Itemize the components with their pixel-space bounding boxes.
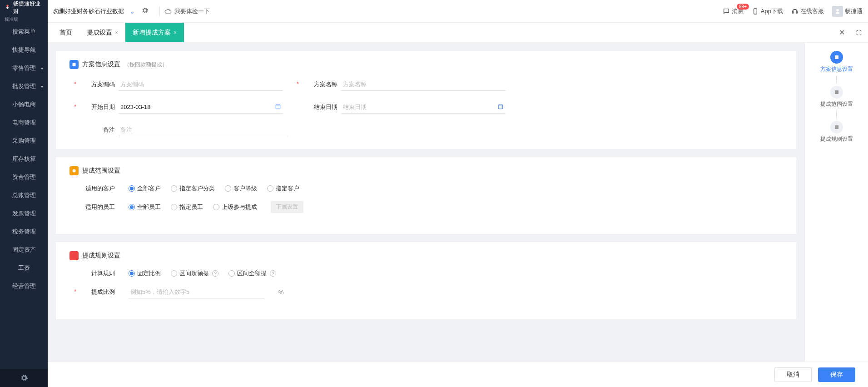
start-date-input[interactable] bbox=[119, 101, 283, 114]
cust-radios-opt-1[interactable]: 指定客户分类 bbox=[171, 184, 215, 193]
close-icon[interactable]: × bbox=[115, 30, 118, 36]
sidebar-item-6[interactable]: 采购管理 bbox=[0, 132, 48, 150]
sidebar-item-4[interactable]: 小畅电商 bbox=[0, 95, 48, 114]
cust-radios-opt-2[interactable]: 客户等级 bbox=[225, 184, 257, 193]
anchor-1[interactable]: 提成范围设置 bbox=[820, 86, 853, 108]
sidebar: 畅捷通好业财 标准版 搜索菜单快捷导航零售管理▾批发管理▾小畅电商电商管理采购管… bbox=[0, 0, 48, 387]
sidebar-item-0[interactable]: 搜索菜单 bbox=[0, 23, 48, 41]
sidebar-item-2[interactable]: 零售管理▾ bbox=[0, 59, 48, 77]
panel-scope-icon bbox=[69, 166, 79, 175]
calendar-icon[interactable] bbox=[275, 104, 281, 111]
anchor-icon bbox=[830, 121, 843, 134]
svg-rect-1 bbox=[73, 63, 76, 66]
org-settings-icon[interactable] bbox=[141, 7, 149, 16]
rule-radios-opt-1[interactable]: 区间超额提? bbox=[171, 269, 218, 278]
rule-radios-opt-0[interactable]: 固定比例 bbox=[129, 269, 161, 278]
radio-icon bbox=[171, 270, 177, 277]
app-download-button[interactable]: App下载 bbox=[752, 7, 783, 15]
panel-info-subtitle: （按回款额提成） bbox=[124, 61, 168, 69]
sidebar-item-10[interactable]: 发票管理 bbox=[0, 204, 48, 223]
emp-radios-opt-0[interactable]: 全部员工 bbox=[129, 203, 161, 211]
end-date-input[interactable] bbox=[341, 101, 506, 114]
panel-rules: 提成规则设置 计算规则 固定比例区间超额提?区间全额提? *提成比例 % bbox=[56, 242, 796, 319]
sidebar-item-label: 库存核算 bbox=[12, 155, 36, 163]
sidebar-item-3[interactable]: 批发管理▾ bbox=[0, 77, 48, 95]
user-name: 畅捷通 bbox=[845, 7, 863, 15]
tab-1[interactable]: 提成设置× bbox=[79, 23, 125, 42]
sidebar-item-label: 税务管理 bbox=[12, 228, 36, 236]
employee-scope-label: 适用的员工 bbox=[79, 203, 115, 211]
ratio-unit: % bbox=[278, 289, 284, 296]
radio-icon bbox=[171, 185, 177, 192]
cust-radios-opt-3[interactable]: 指定客户 bbox=[267, 184, 299, 193]
radio-icon bbox=[267, 185, 273, 192]
anchor-0[interactable]: 方案信息设置 bbox=[820, 51, 853, 73]
tab-label: 新增提成方案 bbox=[133, 29, 171, 37]
customer-scope-label: 适用的客户 bbox=[79, 184, 115, 193]
sidebar-item-11[interactable]: 税务管理 bbox=[0, 223, 48, 241]
anchor-label: 提成规则设置 bbox=[820, 135, 853, 143]
svg-rect-0 bbox=[754, 9, 757, 14]
cancel-button[interactable]: 取消 bbox=[774, 367, 812, 382]
sidebar-item-7[interactable]: 库存核算 bbox=[0, 150, 48, 168]
try-label: 我要体验一下 bbox=[174, 7, 210, 15]
org-name: 勿删好业财务砂石行业数据 bbox=[53, 7, 124, 15]
sidebar-item-1[interactable]: 快捷导航 bbox=[0, 41, 48, 59]
org-selector[interactable]: 勿删好业财务砂石行业数据 ⌄ bbox=[53, 7, 135, 15]
anchor-icon bbox=[830, 51, 843, 64]
avatar-icon bbox=[832, 6, 843, 17]
user-menu[interactable]: 畅捷通 bbox=[832, 6, 863, 17]
sidebar-item-label: 发票管理 bbox=[12, 209, 36, 218]
tab-2[interactable]: 新增提成方案× bbox=[125, 23, 184, 42]
emp-radios-opt-1[interactable]: 指定员工 bbox=[171, 203, 203, 211]
sidebar-item-14[interactable]: 经营管理 bbox=[0, 277, 48, 295]
plan-name-input[interactable] bbox=[341, 78, 506, 91]
radio-label: 全部客户 bbox=[137, 184, 161, 193]
expand-icon bbox=[856, 30, 862, 36]
close-icon[interactable]: × bbox=[174, 30, 177, 36]
tabs-fullscreen[interactable] bbox=[853, 26, 865, 39]
tab-0[interactable]: 首页 bbox=[52, 23, 79, 42]
plan-code-input[interactable] bbox=[119, 78, 283, 91]
save-button[interactable]: 保存 bbox=[818, 367, 855, 382]
radio-icon bbox=[129, 185, 135, 192]
sidebar-item-5[interactable]: 电商管理 bbox=[0, 114, 48, 132]
sidebar-item-label: 电商管理 bbox=[12, 119, 36, 127]
ratio-label: *提成比例 bbox=[79, 288, 115, 296]
anchor-label: 提成范围设置 bbox=[820, 100, 853, 108]
end-date-label: 结束日期 bbox=[301, 103, 337, 111]
anchor-2[interactable]: 提成规则设置 bbox=[820, 121, 853, 143]
chevron-down-icon: ▾ bbox=[41, 66, 43, 71]
panel-rules-icon bbox=[69, 251, 79, 260]
remark-input[interactable] bbox=[119, 124, 288, 136]
phone-icon bbox=[752, 8, 759, 15]
tabbar: 首页提成设置×新增提成方案× ✕ bbox=[48, 23, 868, 43]
sidebar-item-9[interactable]: 总账管理 bbox=[0, 186, 48, 204]
panel-info-title: 方案信息设置 bbox=[82, 60, 120, 69]
sidebar-item-13[interactable]: 工资 bbox=[0, 259, 48, 277]
sidebar-item-label: 搜索菜单 bbox=[12, 28, 36, 36]
rule-radios-opt-2[interactable]: 区间全额提? bbox=[228, 269, 276, 278]
radio-icon bbox=[213, 204, 219, 210]
svg-rect-2 bbox=[276, 104, 280, 109]
try-link[interactable]: 我要体验一下 bbox=[164, 7, 210, 15]
panel-info-icon bbox=[69, 60, 79, 69]
panel-rules-title: 提成规则设置 bbox=[82, 252, 120, 260]
customer-service-button[interactable]: 在线客服 bbox=[791, 7, 824, 15]
calc-rule-label: 计算规则 bbox=[79, 269, 115, 278]
sidebar-settings[interactable] bbox=[0, 369, 48, 387]
radio-label: 客户等级 bbox=[233, 184, 257, 193]
help-icon[interactable]: ? bbox=[212, 270, 218, 277]
ratio-input[interactable] bbox=[129, 286, 265, 298]
calendar-icon[interactable] bbox=[497, 104, 504, 111]
messages-button[interactable]: 消息 99+ bbox=[723, 7, 744, 15]
tabs-close-all[interactable]: ✕ bbox=[835, 26, 848, 39]
radio-label: 指定客户分类 bbox=[179, 184, 215, 193]
emp-radios-opt-2[interactable]: 上级参与提成 bbox=[213, 203, 257, 211]
cust-radios-opt-0[interactable]: 全部客户 bbox=[129, 184, 161, 193]
app-download-label: App下载 bbox=[761, 7, 783, 15]
panel-scope: 提成范围设置 适用的客户 全部客户指定客户分类客户等级指定客户 适用的员工 全部… bbox=[56, 157, 796, 234]
help-icon[interactable]: ? bbox=[270, 270, 276, 277]
sidebar-item-12[interactable]: 固定资产 bbox=[0, 241, 48, 259]
sidebar-item-8[interactable]: 资金管理 bbox=[0, 168, 48, 186]
